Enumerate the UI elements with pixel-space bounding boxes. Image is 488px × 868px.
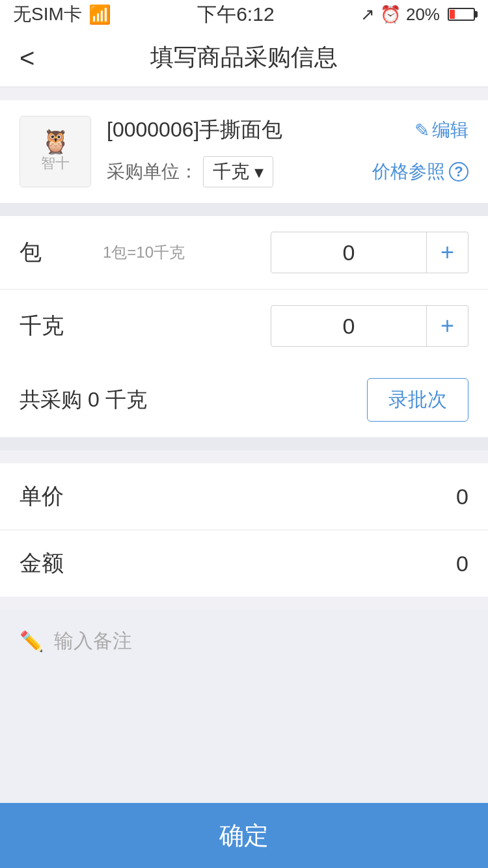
- quantity-row-kg: 千克 +: [0, 290, 488, 362]
- product-logo-label: 智十: [41, 154, 70, 173]
- edit-label: 编辑: [432, 118, 468, 142]
- unit-price-label: 单价: [20, 481, 456, 511]
- qty-sublabel-bag: 1包=10千克: [103, 242, 271, 263]
- carrier-label: 无SIM卡: [13, 2, 82, 27]
- battery-percent: 20%: [406, 5, 440, 25]
- product-card: 🦉 智十 [0000006]手撕面包 ✎ 编辑 采购单位： 千克 ▾ 价格参照 …: [0, 100, 488, 203]
- quantity-section: 包 1包=10千克 + 千克 +: [0, 216, 488, 362]
- qty-controls-bag: +: [271, 232, 468, 273]
- qty-input-kg[interactable]: [271, 305, 427, 347]
- wifi-icon: 📶: [88, 4, 111, 25]
- price-ref-label: 价格参照: [372, 159, 445, 184]
- edit-button[interactable]: ✎ 编辑: [414, 118, 468, 142]
- product-name: [0000006]手撕面包: [107, 116, 282, 144]
- notes-pencil-icon: ✏️: [20, 630, 44, 653]
- back-button[interactable]: <: [20, 45, 34, 71]
- product-unit-row: 采购单位： 千克 ▾ 价格参照 ?: [107, 156, 468, 187]
- section-divider-2: [0, 437, 488, 450]
- product-logo-icon: 🦉: [41, 130, 70, 154]
- qty-plus-bag[interactable]: +: [427, 232, 468, 273]
- alarm-icon: ⏰: [380, 5, 401, 25]
- section-divider-1: [0, 203, 488, 216]
- dropdown-arrow-icon: ▾: [254, 161, 264, 183]
- price-ref-button[interactable]: 价格参照 ?: [372, 159, 468, 184]
- product-info: [0000006]手撕面包 ✎ 编辑 采购单位： 千克 ▾ 价格参照 ?: [107, 116, 468, 187]
- edit-icon: ✎: [414, 120, 429, 141]
- status-bar: 无SIM卡 📶 下午6:12 ↗ ⏰ 20%: [0, 0, 488, 29]
- status-right: ↗ ⏰ 20%: [360, 5, 475, 25]
- status-time: 下午6:12: [197, 1, 274, 28]
- amount-label: 金额: [20, 549, 456, 578]
- confirm-button[interactable]: 确定: [0, 803, 488, 868]
- price-ref-help-icon: ?: [449, 162, 468, 182]
- qty-input-bag[interactable]: [271, 232, 427, 273]
- unit-value: 千克: [213, 159, 249, 184]
- notes-placeholder-text: 输入备注: [54, 628, 132, 655]
- product-header: [0000006]手撕面包 ✎ 编辑: [107, 116, 468, 144]
- battery-icon: [448, 8, 475, 21]
- unit-dropdown[interactable]: 千克 ▾: [203, 156, 273, 187]
- amount-row: 金额 0: [0, 530, 488, 597]
- nav-bar: < 填写商品采购信息: [0, 29, 488, 87]
- location-icon: ↗: [360, 5, 375, 25]
- notes-section[interactable]: ✏️ 输入备注: [0, 610, 488, 673]
- unit-price-row: 单价 0: [0, 463, 488, 530]
- product-image: 🦉 智十: [20, 116, 91, 187]
- page-title: 填写商品采购信息: [150, 42, 338, 74]
- qty-plus-kg[interactable]: +: [427, 305, 468, 347]
- unit-price-value: 0: [456, 484, 468, 509]
- qty-label-kg: 千克: [20, 311, 98, 341]
- status-left: 无SIM卡 📶: [13, 2, 111, 27]
- unit-prefix-label: 采购单位：: [107, 159, 198, 184]
- batch-record-button[interactable]: 录批次: [367, 378, 468, 422]
- price-section: 单价 0 金额 0: [0, 463, 488, 597]
- amount-value: 0: [456, 551, 468, 576]
- summary-row: 共采购 0 千克 录批次: [0, 362, 488, 437]
- qty-label-bag: 包: [20, 237, 98, 267]
- summary-text: 共采购 0 千克: [20, 386, 367, 414]
- qty-controls-kg: +: [271, 305, 468, 347]
- quantity-row-bag: 包 1包=10千克 +: [0, 216, 488, 290]
